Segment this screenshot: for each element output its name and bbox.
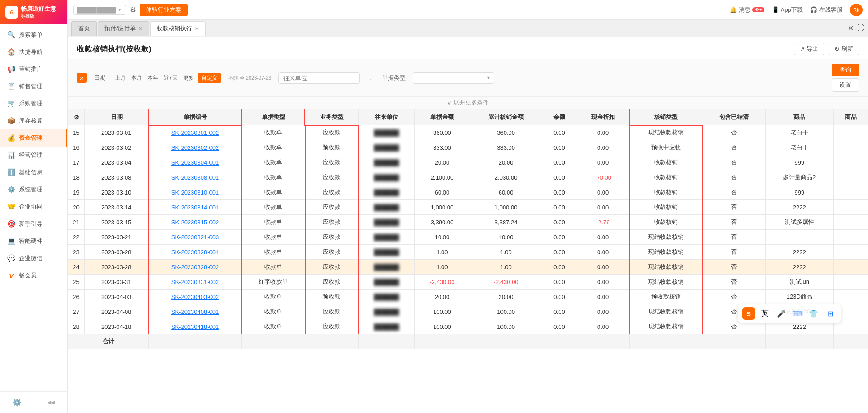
date-this-year-button[interactable]: 本年 bbox=[146, 73, 160, 83]
col-biz-type[interactable]: 业务类型 bbox=[305, 109, 359, 125]
col-unit[interactable]: 往来单位 bbox=[359, 109, 415, 125]
table-row[interactable]: 182023-03-08SK-20230308-001收款单应收款██████2… bbox=[68, 170, 868, 185]
table-row[interactable]: 242023-03-28SK-20230328-002收款单应收款██████1… bbox=[68, 260, 868, 275]
tab-home[interactable]: 首页 bbox=[71, 21, 97, 36]
filter-settings-button[interactable]: 设置 bbox=[832, 78, 859, 92]
grid-icon[interactable]: ⊞ bbox=[824, 307, 836, 320]
query-button[interactable]: 查询 bbox=[832, 64, 859, 76]
sidebar-menu: 🔍 搜索菜单 🏠 快捷导航 📢 营销推广 📋 销售管理 🛒 采购管理 📦 库存核… bbox=[0, 24, 67, 391]
table-cell: 应收款 bbox=[305, 245, 359, 260]
table-row[interactable]: 152023-03-01SK-20230301-002收款单应收款██████3… bbox=[68, 125, 868, 140]
tab-prepay[interactable]: 预付/应付单 ✕ bbox=[98, 21, 149, 36]
table-cell: 现结收款核销 bbox=[630, 304, 703, 319]
date-custom-button[interactable]: 自定义 bbox=[198, 73, 221, 83]
expand-conditions-button[interactable]: ∨ 展开更多条件 bbox=[447, 99, 489, 107]
sidebar-item-marketing[interactable]: 📢 营销推广 bbox=[0, 61, 67, 78]
settings-gear-icon[interactable]: ⚙ bbox=[128, 4, 138, 16]
sidebar-item-inventory[interactable]: 📦 库存核算 bbox=[0, 112, 67, 129]
close-all-tabs-button[interactable]: ✕ bbox=[848, 24, 854, 33]
sidebar-item-guide[interactable]: 🎯 新手引导 bbox=[0, 215, 67, 233]
solution-button[interactable]: 体验行业方案 bbox=[140, 4, 188, 16]
keyboard-icon[interactable]: ⌨ bbox=[791, 307, 804, 320]
company-selector[interactable]: ██████████ ▼ bbox=[73, 5, 126, 15]
sidebar-item-purchase[interactable]: 🛒 采购管理 bbox=[0, 95, 67, 112]
online-service-button[interactable]: 🎧 在线客服 bbox=[810, 6, 843, 14]
mic-icon[interactable]: 🎤 bbox=[775, 307, 788, 320]
table-cell: 测试jun bbox=[765, 275, 834, 290]
col-discount[interactable]: 现金折扣 bbox=[576, 109, 630, 125]
col-date[interactable]: 日期 bbox=[85, 109, 149, 125]
date-7days-button[interactable]: 近7天 bbox=[162, 73, 179, 83]
col-settings-icon[interactable]: ⚙ bbox=[68, 109, 85, 125]
data-table-wrap[interactable]: ⚙ 日期 单据编号 单据类型 业务类型 往来单位 单据金额 累计核销金额 余额 … bbox=[68, 109, 868, 413]
table-cell: 多计量商品2 bbox=[765, 170, 834, 185]
tab-prepay-close[interactable]: ✕ bbox=[138, 26, 142, 32]
table-cell: 应收款 bbox=[305, 260, 359, 275]
table-row[interactable]: 222023-03-21SK-20230321-003收款单应收款██████1… bbox=[68, 230, 868, 245]
filter-expand-button[interactable]: » bbox=[77, 73, 87, 83]
sidebar-item-operation[interactable]: 📊 经营管理 bbox=[0, 147, 67, 164]
date-this-month-button[interactable]: 本月 bbox=[129, 73, 144, 83]
bill-type-select[interactable] bbox=[413, 72, 494, 84]
table-row[interactable]: 262023-04-03SK-20230403-002收款单预收款██████2… bbox=[68, 290, 868, 304]
table-cell: 0.00 bbox=[576, 260, 630, 275]
table-cell bbox=[834, 230, 868, 245]
tab-verify-close[interactable]: ✕ bbox=[195, 26, 199, 32]
table-cell: 2023-03-21 bbox=[85, 230, 149, 245]
tab-verify[interactable]: 收款核销执行 ✕ bbox=[150, 21, 206, 36]
col-product2[interactable]: 商品 bbox=[834, 109, 868, 125]
col-bill-no[interactable]: 单据编号 bbox=[149, 109, 242, 125]
user-avatar[interactable]: Rit bbox=[850, 4, 863, 16]
table-cell: 20.00 bbox=[415, 290, 470, 304]
unit-search-input[interactable] bbox=[278, 72, 360, 84]
table-cell: 应收款 bbox=[305, 170, 359, 185]
table-cell: 0.00 bbox=[542, 290, 576, 304]
col-amount[interactable]: 单据金额 bbox=[415, 109, 470, 125]
sidebar-item-corp[interactable]: 🤝 企业协同 bbox=[0, 198, 67, 215]
table-cell: 3,387.24 bbox=[470, 215, 542, 230]
collapse-sidebar-button[interactable]: ◀◀ bbox=[45, 397, 57, 408]
sidebar-item-system[interactable]: ⚙️ 系统管理 bbox=[0, 181, 67, 198]
unit-more-icon[interactable]: ... bbox=[367, 75, 375, 81]
notifications-button[interactable]: 🔔 消息 99+ bbox=[730, 6, 764, 14]
sidebar-item-hardware[interactable]: 💻 智能硬件 bbox=[0, 233, 67, 250]
sidebar-item-member[interactable]: V 畅会员 bbox=[0, 267, 67, 284]
table-row[interactable]: 252023-03-31SK-20230331-002红字收款单应收款█████… bbox=[68, 275, 868, 290]
sidebar-item-sales[interactable]: 📋 销售管理 bbox=[0, 78, 67, 95]
col-verify-type[interactable]: 核销类型 bbox=[630, 109, 703, 125]
table-row[interactable]: 192023-03-10SK-20230310-001收款单应收款██████6… bbox=[68, 185, 868, 200]
maximize-button[interactable]: ⛶ bbox=[857, 24, 864, 33]
refresh-button[interactable]: ↻ 刷新 bbox=[829, 43, 859, 55]
date-more-button[interactable]: 更多 bbox=[181, 73, 196, 83]
table-row[interactable]: 172023-03-04SK-20230304-001收款单应收款██████2… bbox=[68, 155, 868, 170]
tab-prepay-label: 预付/应付单 bbox=[104, 24, 136, 33]
table-row[interactable]: 202023-03-14SK-20230314-001收款单应收款██████1… bbox=[68, 200, 868, 215]
notifications-badge: 99+ bbox=[752, 7, 764, 12]
sidebar-item-finance[interactable]: 💰 资金管理 bbox=[0, 129, 67, 147]
col-verify-amount[interactable]: 累计核销金额 bbox=[470, 109, 542, 125]
col-included[interactable]: 包含已结清 bbox=[703, 109, 765, 125]
table-row[interactable]: 232023-03-28SK-20230328-001收款单应收款██████1… bbox=[68, 245, 868, 260]
col-bill-type[interactable]: 单据类型 bbox=[241, 109, 305, 125]
table-row[interactable]: 212023-03-15SK-20230315-002收款单应收款██████3… bbox=[68, 215, 868, 230]
sidebar-item-shortcut[interactable]: 🏠 快捷导航 bbox=[0, 43, 67, 61]
shirt-icon[interactable]: 👕 bbox=[807, 307, 820, 320]
translate-icon[interactable]: 英 bbox=[759, 307, 771, 320]
table-row[interactable]: 162023-03-02SK-20230302-002收款单预收款██████3… bbox=[68, 140, 868, 155]
bell-icon: 🔔 bbox=[730, 6, 737, 13]
sidebar-item-wechat[interactable]: 💬 企业微信 bbox=[0, 250, 67, 267]
sidebar-item-search[interactable]: 🔍 搜索菜单 bbox=[0, 26, 67, 43]
table-cell: 2023-03-28 bbox=[85, 245, 149, 260]
col-balance[interactable]: 余额 bbox=[542, 109, 576, 125]
sidebar-item-label: 智能硬件 bbox=[19, 237, 42, 245]
settings-bottom-icon[interactable]: ⚙️ bbox=[10, 395, 24, 409]
total-label: 合计 bbox=[68, 334, 149, 349]
export-button[interactable]: ↗ 导出 bbox=[794, 43, 824, 55]
date-last-month-button[interactable]: 上月 bbox=[113, 73, 127, 83]
table-cell: 2,030.00 bbox=[470, 170, 542, 185]
total-cell bbox=[542, 334, 576, 349]
sidebar-item-basic[interactable]: ℹ️ 基础信息 bbox=[0, 164, 67, 181]
col-product1[interactable]: 商品 bbox=[765, 109, 834, 125]
app-download-button[interactable]: 📱 App下载 bbox=[772, 6, 803, 14]
date-filter-label: 日期 bbox=[94, 74, 106, 82]
